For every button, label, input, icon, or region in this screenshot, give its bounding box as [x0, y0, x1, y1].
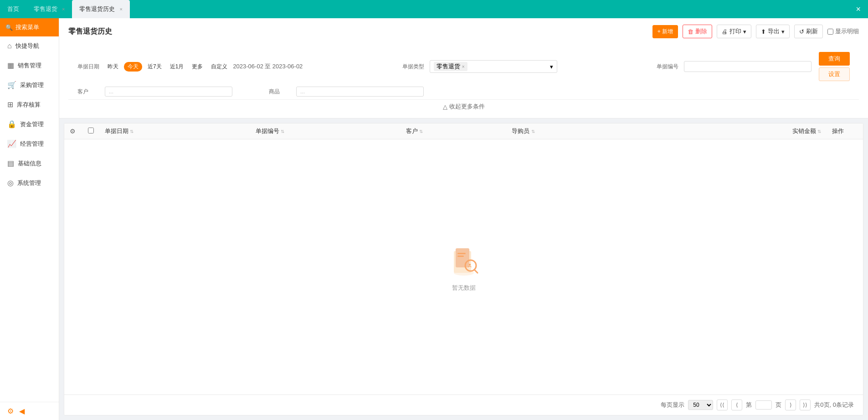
date-btn-yesterday[interactable]: 昨天	[105, 62, 121, 72]
close-tab-return-history[interactable]: ×	[119, 6, 122, 12]
filter-row-customer: 客户 ... 商品 ...	[68, 84, 859, 99]
prev-page-button[interactable]: ⟨	[731, 400, 742, 410]
col-customer[interactable]: 客户	[401, 123, 506, 139]
settings-bottom-icon[interactable]: ⚙	[7, 407, 14, 415]
page-input[interactable]: 1	[755, 400, 772, 410]
doc-type-tag: 零售退货 ×	[434, 62, 467, 71]
date-btn-today[interactable]: 今天	[124, 62, 142, 72]
sidebar-item-system[interactable]: ◎ 系统管理	[0, 173, 59, 193]
print-button[interactable]: 🖨 打印 ▾	[717, 25, 751, 38]
delete-icon: 🗑	[688, 28, 693, 35]
doc-type-chevron-icon: ▾	[550, 63, 553, 70]
sidebar-item-quick-nav[interactable]: ⌂ 快捷导航	[0, 36, 59, 56]
export-chevron-icon: ▾	[781, 28, 785, 35]
table-container: ⚙ 单据日期 单据编号 客户	[64, 123, 863, 415]
show-detail-checkbox[interactable]	[827, 29, 833, 35]
date-btn-1month[interactable]: 近1月	[167, 62, 187, 72]
sidebar-item-sales[interactable]: ▦ 销售管理	[0, 56, 59, 75]
customer-select[interactable]: ...	[105, 87, 232, 97]
export-button[interactable]: ⬆ 导出 ▾	[756, 25, 790, 38]
print-chevron-icon: ▾	[743, 28, 746, 35]
home-icon: ⌂	[7, 42, 12, 50]
close-tab-return[interactable]: ×	[62, 6, 65, 12]
svg-rect-3	[457, 253, 466, 254]
empty-state: 暂无数据	[64, 139, 863, 394]
search-icon: 🔍	[5, 24, 13, 31]
sidebar-item-purchase[interactable]: 🛒 采购管理	[0, 75, 59, 95]
svg-line-6	[474, 270, 478, 273]
export-icon: ⬆	[761, 28, 766, 35]
doc-type-select[interactable]: 零售退货 × ▾	[430, 60, 557, 73]
total-records: 共0页, 0条记录	[814, 401, 854, 409]
top-bar: 首页 零售退货 × 零售退货历史 × ×	[0, 0, 868, 18]
tab-list: 首页 零售退货 × 零售退货历史 ×	[0, 0, 856, 18]
empty-text: 暂无数据	[452, 284, 476, 292]
sidebar-item-operations[interactable]: 📈 经营管理	[0, 134, 59, 154]
table-settings-icon[interactable]: ⚙	[70, 128, 76, 135]
pagination: 每页显示 10 20 50 100 ⟨⟨ ⟨ 第 1 页 ⟩ ⟩⟩ 共0页, 0…	[64, 394, 863, 415]
finance-icon: 🔒	[7, 120, 16, 128]
empty-icon	[446, 242, 482, 278]
col-no[interactable]: 单据编号	[250, 123, 401, 139]
date-btn-custom[interactable]: 自定义	[208, 62, 230, 72]
doc-type-tag-close[interactable]: ×	[462, 64, 465, 69]
svg-point-7	[469, 264, 471, 266]
first-page-button[interactable]: ⟨⟨	[717, 400, 728, 410]
collapse-chevron-icon: △	[443, 103, 447, 110]
filter-area: 单据日期 昨天 今天 近7天 近1月 更多 自定义 2023-06-02 至 2…	[68, 45, 859, 118]
date-btn-7days[interactable]: 近7天	[145, 62, 164, 72]
collapse-bar[interactable]: △ 收起更多条件	[68, 99, 859, 113]
date-range-display: 2023-06-02 至 2023-06-02	[233, 62, 303, 71]
page-header: 零售退货历史 + 新增 🗑 删除 🖨 打印 ▾ ⬆ 导出	[59, 18, 868, 118]
col-guide[interactable]: 导购员	[506, 123, 634, 139]
operations-icon: 📈	[7, 139, 16, 148]
tab-home[interactable]: 首页	[0, 0, 26, 18]
setting-button[interactable]: 设置	[819, 67, 850, 81]
new-button[interactable]: + 新增	[652, 25, 678, 38]
date-filter-label: 单据日期	[77, 63, 105, 71]
sidebar-item-base-info[interactable]: ▤ 基础信息	[0, 154, 59, 173]
refresh-button[interactable]: ↺ 刷新	[794, 25, 823, 38]
col-amount[interactable]: 实销金额	[676, 123, 827, 139]
tab-return[interactable]: 零售退货 ×	[26, 0, 72, 18]
sidebar-item-finance[interactable]: 🔒 资金管理	[0, 114, 59, 134]
refresh-icon: ↺	[799, 28, 804, 35]
col-action: 操作	[827, 123, 863, 139]
data-table: ⚙ 单据日期 单据编号 客户	[64, 123, 863, 139]
svg-rect-4	[457, 256, 464, 257]
sidebar-search[interactable]: 🔍 搜索菜单	[0, 18, 59, 36]
date-btn-more[interactable]: 更多	[189, 62, 205, 72]
goods-select[interactable]: ...	[296, 87, 424, 97]
system-icon: ◎	[7, 179, 14, 187]
page-title-row: 零售退货历史 + 新增 🗑 删除 🖨 打印 ▾ ⬆ 导出	[68, 25, 859, 38]
next-page-button[interactable]: ⟩	[785, 400, 796, 410]
svg-rect-2	[456, 248, 469, 267]
last-page-button[interactable]: ⟩⟩	[800, 400, 811, 410]
select-all-checkbox[interactable]	[88, 128, 94, 133]
sales-icon: ▦	[7, 61, 14, 70]
date-btn-group: 昨天 今天 近7天 近1月 更多 自定义	[105, 62, 230, 72]
customer-label: 客户	[77, 88, 105, 96]
inventory-icon: ⊞	[7, 100, 13, 109]
page-size-select[interactable]: 10 20 50 100	[688, 400, 713, 410]
sidebar-item-inventory[interactable]: ⊞ 库存核算	[0, 95, 59, 114]
tab-return-history[interactable]: 零售退货历史 ×	[72, 0, 129, 18]
purchase-icon: 🛒	[7, 81, 16, 89]
show-detail-checkbox-label[interactable]: 显示明细	[827, 27, 859, 36]
sidebar-bottom: ⚙ ◀	[0, 402, 59, 420]
doc-no-input[interactable]	[684, 61, 812, 72]
main-layout: 🔍 搜索菜单 ⌂ 快捷导航 ▦ 销售管理 🛒 采购管理 ⊞ 库存核算 🔒 资金管…	[0, 18, 868, 420]
col-spacer	[635, 123, 676, 139]
print-icon: 🖨	[722, 28, 728, 35]
filter-row-date: 单据日期 昨天 今天 近7天 近1月 更多 自定义 2023-06-02 至 2…	[68, 49, 859, 84]
page-title: 零售退货历史	[68, 27, 112, 36]
base-info-icon: ▤	[7, 159, 14, 168]
delete-button[interactable]: 🗑 删除	[683, 25, 712, 38]
window-close-icon[interactable]: ×	[856, 5, 868, 14]
content-area: 零售退货历史 + 新增 🗑 删除 🖨 打印 ▾ ⬆ 导出	[59, 18, 868, 420]
toolbar: + 新增 🗑 删除 🖨 打印 ▾ ⬆ 导出 ▾	[652, 25, 859, 38]
col-date[interactable]: 单据日期	[99, 123, 250, 139]
speaker-icon[interactable]: ◀	[19, 407, 25, 415]
query-button[interactable]: 查询	[819, 52, 850, 66]
sidebar: 🔍 搜索菜单 ⌂ 快捷导航 ▦ 销售管理 🛒 采购管理 ⊞ 库存核算 🔒 资金管…	[0, 18, 59, 420]
